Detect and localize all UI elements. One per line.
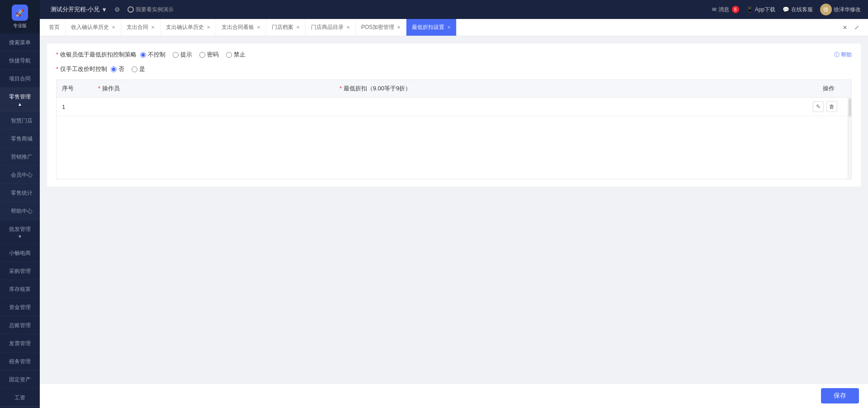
radio-prompt[interactable]: 提示 — [173, 51, 192, 59]
edit-row-button[interactable]: ✎ — [813, 101, 824, 112]
radio-yes[interactable]: 是 — [132, 65, 145, 73]
tab-pos-password-close[interactable]: ✕ — [397, 25, 401, 30]
tab-income-history-close[interactable]: ✕ — [112, 25, 115, 30]
message-badge: 8 — [732, 6, 739, 13]
tab-store-product-catalog[interactable]: 门店商品目录 ✕ — [306, 19, 356, 36]
message-icon: ✉ — [712, 6, 717, 13]
radio-no-control-input[interactable] — [140, 52, 146, 58]
tab-store-file-label: 门店档案 — [272, 23, 293, 31]
demo-label: 我要看实例演示 — [136, 6, 174, 14]
radio-password[interactable]: 密码 — [199, 51, 219, 59]
tabbar-actions: ✕ ⤢ — [841, 23, 864, 32]
tab-income-history[interactable]: 收入确认单历史 ✕ — [66, 19, 121, 36]
tab-payment-contract-board[interactable]: 支出合同看板 ✕ — [216, 19, 266, 36]
user-menu-button[interactable]: 徐 徐泽华修改 — [820, 4, 861, 15]
demo-circle-icon — [127, 6, 134, 13]
tab-expand-button[interactable]: ⤢ — [853, 23, 861, 32]
tab-store-file-close[interactable]: ✕ — [296, 25, 300, 30]
scrollbar-thumb — [849, 98, 851, 117]
sidebar-item-quick-nav[interactable]: 快捷导航 — [0, 52, 40, 70]
help-button[interactable]: ⓘ 帮助 — [834, 51, 852, 59]
tab-store-product-catalog-close[interactable]: ✕ — [346, 25, 350, 30]
radio-no-control[interactable]: 不控制 — [140, 51, 165, 59]
table-scrollbar[interactable] — [848, 98, 851, 179]
tab-close-all-button[interactable]: ✕ — [841, 23, 849, 32]
app-download-button[interactable]: 📱 App下载 — [746, 6, 775, 14]
topbar-right: ✉ 消息 8 📱 App下载 💬 在线客服 徐 徐泽华修改 — [712, 4, 861, 15]
avatar: 徐 — [820, 4, 832, 15]
td-operator-1 — [93, 103, 333, 110]
th-discount: 最低折扣（9.00等于9折） — [334, 80, 806, 97]
message-label: 消息 — [718, 6, 729, 14]
tab-payment-contract[interactable]: 支出合同 ✕ — [121, 19, 160, 36]
sidebar-item-inventory[interactable]: 库存核算 — [0, 280, 40, 298]
sidebar-item-capital[interactable]: 资金管理 — [0, 298, 40, 316]
radio-password-input[interactable] — [199, 52, 205, 58]
discount-table: 序号 操作员 最低折扣（9.00等于9折） 操作 1 ✎ 🗑 — [56, 80, 852, 179]
tab-pos-password-label: POS加密管理 — [361, 23, 394, 31]
radio-forbidden-input[interactable] — [226, 52, 232, 58]
th-seq: 序号 — [57, 80, 93, 97]
radio-no-label: 否 — [118, 65, 124, 73]
sidebar-item-marketing[interactable]: 营销推广 — [0, 148, 40, 166]
sidebar-item-purchase[interactable]: 采购管理 — [0, 262, 40, 280]
tab-pos-password[interactable]: POS加密管理 ✕ — [356, 19, 406, 36]
radio-forbidden[interactable]: 禁止 — [226, 51, 245, 59]
logo-edition: 专业版 — [13, 23, 27, 29]
tab-min-discount-setting-close[interactable]: ✕ — [447, 25, 451, 30]
radio-forbidden-label: 禁止 — [234, 51, 245, 59]
tab-payment-contract-board-close[interactable]: ✕ — [257, 25, 260, 30]
sidebar-item-search[interactable]: 搜索菜单 — [0, 33, 40, 52]
save-button[interactable]: 保存 — [821, 388, 859, 403]
sidebar-item-ecommerce[interactable]: 小畅电商 — [0, 244, 40, 262]
td-seq-1: 1 — [57, 100, 93, 114]
tab-payment-contract-board-label: 支出合同看板 — [222, 23, 254, 31]
sidebar-item-general-ledger[interactable]: 总账管理 — [0, 316, 40, 334]
th-operator: 操作员 — [93, 80, 334, 97]
project-selector[interactable]: 测试分开完程-小兄 ▼ — [47, 4, 111, 15]
tab-payment-contract-close[interactable]: ✕ — [151, 25, 155, 30]
sidebar-item-retail-management[interactable]: 零售管理 ▲ — [0, 88, 40, 112]
radio-group-discount-control: 不控制 提示 密码 禁止 — [140, 51, 245, 59]
sidebar-item-invoice[interactable]: 发票管理 — [0, 334, 40, 352]
radio-no-control-label: 不控制 — [148, 51, 165, 59]
message-button[interactable]: ✉ 消息 8 — [712, 6, 739, 14]
sidebar-item-project-contract[interactable]: 项目合同 — [0, 70, 40, 88]
radio-prompt-input[interactable] — [173, 52, 179, 58]
tab-home-label: 首页 — [49, 23, 60, 31]
sidebar-item-salary[interactable]: 工资 — [0, 389, 40, 407]
sidebar-item-tax[interactable]: 税务管理 — [0, 352, 40, 370]
demo-button[interactable]: 我要看实例演示 — [127, 6, 174, 14]
sidebar-item-wholesale[interactable]: 批发管理 ▼ — [0, 220, 40, 244]
tab-payment-confirm-history-label: 支出确认单历史 — [166, 23, 204, 31]
download-icon: 📱 — [746, 6, 753, 13]
main-area: 测试分开完程-小兄 ▼ ⚙ 我要看实例演示 ✉ 消息 8 📱 App下载 💬 在… — [40, 0, 868, 408]
project-name: 测试分开完程-小兄 — [51, 5, 99, 14]
user-name: 徐泽华修改 — [834, 6, 861, 14]
radio-yes-input[interactable] — [132, 66, 137, 72]
sidebar-item-retail-stats[interactable]: 零售统计 — [0, 184, 40, 202]
tab-min-discount-setting[interactable]: 最低折扣设置 ✕ — [406, 19, 457, 36]
tab-payment-confirm-history[interactable]: 支出确认单历史 ✕ — [160, 19, 216, 36]
tab-payment-confirm-history-close[interactable]: ✕ — [207, 25, 210, 30]
sidebar-item-fixed-assets[interactable]: 固定资产 — [0, 370, 40, 389]
tab-store-product-catalog-label: 门店商品目录 — [311, 23, 344, 31]
radio-no[interactable]: 否 — [111, 65, 124, 73]
tab-payment-contract-label: 支出合同 — [127, 23, 148, 31]
delete-row-button[interactable]: 🗑 — [826, 101, 837, 112]
footer-bar: 保存 — [40, 383, 868, 408]
topbar-gear-icon[interactable]: ⚙ — [114, 6, 120, 13]
sidebar-item-smart-store[interactable]: 智慧门店 — [0, 112, 40, 130]
sidebar-item-member-center[interactable]: 会员中心 — [0, 166, 40, 184]
radio-no-input[interactable] — [111, 66, 117, 72]
help-icon: ⓘ — [834, 51, 840, 59]
form-row-discount-control: 收银员低于最低折扣控制策略 不控制 提示 密码 — [56, 51, 852, 59]
tab-store-file[interactable]: 门店档案 ✕ — [266, 19, 306, 36]
sidebar-item-help-center[interactable]: 帮助中心 — [0, 202, 40, 220]
online-service-button[interactable]: 💬 在线客服 — [783, 6, 813, 14]
sidebar-logo: 🚀 专业版 — [0, 0, 40, 33]
chevron-up-icon: ▲ — [18, 102, 22, 107]
sidebar-item-retail-mall[interactable]: 零售商城 — [0, 130, 40, 148]
field1-label: 收银员低于最低折扣控制策略 — [56, 51, 137, 59]
tab-home[interactable]: 首页 — [43, 19, 66, 36]
